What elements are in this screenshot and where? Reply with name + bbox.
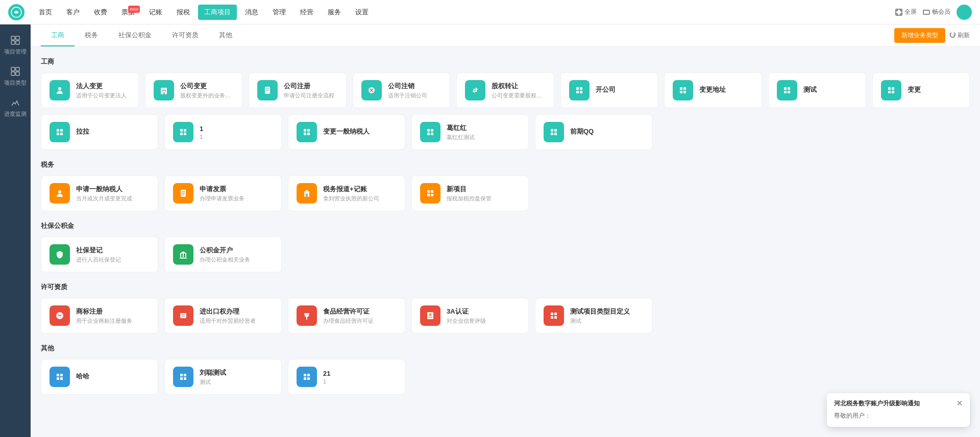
nav-item-服务[interactable]: 服务 bbox=[322, 5, 347, 20]
user-avatar[interactable] bbox=[957, 5, 972, 20]
card-grid-税务: 申请一般纳税人当月或次月成变更完成申请发票办理申请发票业务税务报道+记账拿到营业… bbox=[41, 175, 970, 211]
card-info-拉拉: 拉拉 bbox=[76, 127, 150, 137]
new-type-button[interactable]: 新增业务类型 bbox=[894, 28, 945, 43]
card-desc: 1 bbox=[323, 378, 397, 384]
service-card-前期QQ[interactable]: 前期QQ bbox=[535, 114, 652, 150]
card-desc: 股权变更外的业务变更 bbox=[180, 92, 234, 99]
card-info-变更一般纳税人: 变更一般纳税人 bbox=[323, 127, 397, 137]
card-desc: 测试 bbox=[570, 317, 644, 325]
sidebar-item-项目管理[interactable]: 项目管理 bbox=[0, 30, 31, 61]
service-card-3A认证[interactable]: 3A认证对企业信誉评级 bbox=[411, 298, 529, 333]
service-card-税务报道+记账[interactable]: 税务报道+记账拿到营业执照的新公司 bbox=[288, 175, 405, 211]
tab-其他[interactable]: 其他 bbox=[209, 24, 242, 46]
service-card-1[interactable]: 11 bbox=[164, 114, 282, 150]
nav-item-工商项目[interactable]: 工商项目 bbox=[198, 5, 237, 20]
svg-rect-81 bbox=[551, 313, 553, 315]
sidebar-item-进度监测[interactable]: 进度监测 bbox=[0, 92, 31, 123]
svg-rect-32 bbox=[784, 91, 787, 93]
svg-rect-70 bbox=[185, 253, 186, 257]
svg-rect-63 bbox=[306, 194, 308, 197]
section-title: 许可资质 bbox=[41, 282, 970, 292]
service-card-商标注册[interactable]: ™商标注册用于企业商标注册服务 bbox=[41, 298, 158, 333]
nav-item-设置[interactable]: 设置 bbox=[349, 5, 375, 20]
service-card-社保登记[interactable]: 社保登记进行人员社保登记 bbox=[41, 237, 158, 272]
card-name: 刘聪测试 bbox=[200, 368, 273, 377]
member-button[interactable]: 畅会员 bbox=[923, 8, 950, 16]
svg-rect-8 bbox=[16, 67, 19, 71]
svg-rect-23 bbox=[580, 87, 582, 90]
service-card-拉拉[interactable]: 拉拉 bbox=[41, 114, 158, 150]
svg-rect-40 bbox=[57, 133, 59, 135]
service-card-哈哈[interactable]: 哈哈 bbox=[41, 359, 158, 395]
card-name: 变更 bbox=[908, 85, 962, 94]
service-card-21[interactable]: 211 bbox=[288, 359, 405, 395]
service-card-公司注销[interactable]: 公司注销适用于注销公司 bbox=[353, 72, 451, 108]
tab-工商[interactable]: 工商 bbox=[41, 24, 75, 46]
card-name: 1 bbox=[200, 125, 273, 133]
card-name: 社保登记 bbox=[76, 246, 150, 255]
sidebar-item-项目类型[interactable]: 项目类型 bbox=[0, 61, 31, 92]
nav-item-经营[interactable]: 经营 bbox=[294, 5, 320, 20]
svg-rect-51 bbox=[431, 129, 433, 132]
nav-item-消息[interactable]: 消息 bbox=[239, 5, 264, 20]
svg-rect-57 bbox=[554, 133, 557, 135]
svg-rect-39 bbox=[60, 129, 63, 132]
fullscreen-button[interactable]: 全屏 bbox=[895, 8, 917, 16]
nav-item-管理[interactable]: 管理 bbox=[266, 5, 292, 20]
card-name: 新项目 bbox=[447, 185, 520, 194]
nav-item-报税[interactable]: 报税 bbox=[170, 5, 196, 20]
nav-item-票据[interactable]: 票据new bbox=[115, 5, 141, 20]
service-card-公司变更[interactable]: 公司变更股权变更外的业务变更 bbox=[145, 72, 243, 108]
svg-rect-26 bbox=[680, 87, 682, 90]
card-desc: 测试 bbox=[200, 378, 273, 386]
service-card-公司注册[interactable]: 公司注册申请公司注册全流程 bbox=[249, 72, 347, 108]
nav-item-客户[interactable]: 客户 bbox=[60, 5, 86, 20]
card-icon-前期QQ bbox=[544, 122, 564, 142]
svg-rect-53 bbox=[431, 133, 433, 135]
service-card-股权转让[interactable]: 股权转让公司变更需要股权转让 bbox=[456, 72, 554, 108]
service-card-法人变更[interactable]: 法人变更适用于公司变更法人 bbox=[41, 72, 139, 108]
svg-rect-33 bbox=[788, 91, 790, 93]
nav-item-首页[interactable]: 首页 bbox=[33, 5, 58, 20]
svg-rect-66 bbox=[427, 194, 430, 196]
svg-rect-71 bbox=[180, 258, 187, 259]
card-name: 商标注册 bbox=[76, 307, 150, 316]
card-icon-葛红红 bbox=[420, 122, 440, 142]
service-card-变更一般纳税人[interactable]: 变更一般纳税人 bbox=[288, 114, 405, 150]
fullscreen-label: 全屏 bbox=[904, 8, 917, 16]
card-icon-拉拉 bbox=[50, 122, 70, 142]
service-card-进出口权办理[interactable]: 进出口权办理适用于对外贸易经营者 bbox=[164, 298, 282, 333]
svg-rect-84 bbox=[554, 316, 557, 319]
card-icon-1 bbox=[173, 122, 193, 142]
card-name: 开公司 bbox=[596, 85, 650, 94]
svg-rect-88 bbox=[60, 377, 63, 380]
card-info-社保登记: 社保登记进行人员社保登记 bbox=[76, 246, 150, 264]
service-card-葛红红[interactable]: 葛红红葛红红测试 bbox=[411, 114, 529, 150]
tab-税务[interactable]: 税务 bbox=[75, 24, 108, 46]
service-card-新项目[interactable]: 新项目报税加税控盘保管 bbox=[411, 175, 529, 211]
notification-close[interactable]: ✕ bbox=[957, 399, 963, 407]
card-desc: 适用于注销公司 bbox=[388, 92, 442, 99]
section-工商: 工商法人变更适用于公司变更法人公司变更股权变更外的业务变更公司注册申请公司注册全… bbox=[41, 57, 970, 150]
tab-许可资质[interactable]: 许可资质 bbox=[162, 24, 209, 46]
card-desc: 进行人员社保登记 bbox=[76, 256, 150, 264]
nav-item-收费[interactable]: 收费 bbox=[88, 5, 113, 20]
service-card-变更[interactable]: 变更 bbox=[872, 72, 970, 108]
service-card-食品经营许可证[interactable]: 食品经营许可证办理食品经营许可证 bbox=[288, 298, 405, 333]
nav-item-记账[interactable]: 记账 bbox=[143, 5, 168, 20]
service-card-测试项目类型目定义[interactable]: 测试项目类型目定义测试 bbox=[535, 298, 652, 333]
service-card-公积金开户[interactable]: 公积金开户办理公积金相关业务 bbox=[164, 237, 282, 272]
service-card-刘聪测试[interactable]: 刘聪测试测试 bbox=[164, 359, 282, 395]
refresh-button[interactable]: 刷新 bbox=[949, 31, 970, 40]
card-icon-公积金开户 bbox=[173, 244, 193, 265]
card-info-公积金开户: 公积金开户办理公积金相关业务 bbox=[200, 246, 273, 264]
card-icon-公司注销 bbox=[361, 80, 382, 100]
service-card-测试[interactable]: 测试 bbox=[768, 72, 866, 108]
section-title: 社保公积金 bbox=[41, 221, 970, 230]
service-card-变更地址[interactable]: 变更地址 bbox=[664, 72, 762, 108]
service-card-申请一般纳税人[interactable]: 申请一般纳税人当月或次月成变更完成 bbox=[41, 175, 158, 211]
service-card-申请发票[interactable]: 申请发票办理申请发票业务 bbox=[164, 175, 282, 211]
service-card-开公司[interactable]: 开公司 bbox=[560, 72, 658, 108]
tab-社保公积金[interactable]: 社保公积金 bbox=[108, 24, 162, 46]
card-name: 测试 bbox=[803, 85, 857, 94]
